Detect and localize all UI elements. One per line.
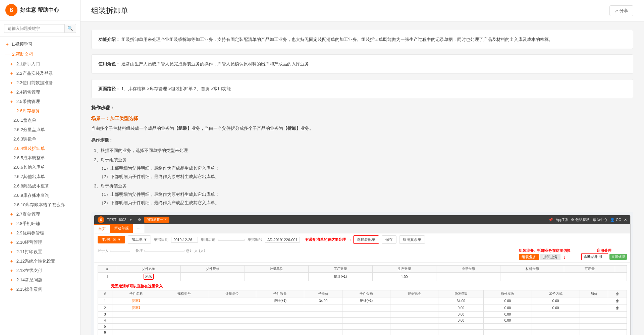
field-date: 2019-12-26 <box>171 237 198 243</box>
sidebar-item-other-inbound[interactable]: 2.6.6其他入库单 <box>0 163 80 172</box>
sidebar-item-stocktake[interactable]: 2.6.1盘点单 <box>0 116 80 125</box>
sidebar-item-partial-count[interactable]: 2.6.2分量盘点单 <box>0 125 80 134</box>
step1: 1、根据不同的业务，选择不同单据的类型来处理 <box>94 147 633 155</box>
share-icon: ↗ <box>614 8 618 13</box>
sidebar-item-video-learning[interactable]: ＋ 1.视频学习 <box>0 39 80 49</box>
sidebar-item-print[interactable]: ＋ 2.11打印设置 <box>0 247 80 257</box>
sidebar-item-operations[interactable]: ＋ 2.10经营管理 <box>0 238 80 247</box>
sidebar-item-other-outbound[interactable]: 2.6.7其他出库单 <box>0 172 80 181</box>
page-title: 组装拆卸单 <box>91 6 128 16</box>
path-text: 1、库存核算->库存管理->组装拆卸单 2、首页->常用功能 <box>121 86 231 91</box>
search-button[interactable]: 🔍 <box>65 24 76 33</box>
func-intro-box: 功能介绍： 组装拆卸单用来处理企业组装或拆卸等加工业务，支持有固定装配清单的产品… <box>91 30 633 49</box>
field-store <box>218 239 245 241</box>
op-steps-label2: 操作步骤： <box>91 136 633 145</box>
tab-other1[interactable]: … <box>133 224 145 233</box>
screenshot-container: 6 TEST-H002 ▼ ⚙ 闲置新建一下 📌 AppT版 ⚙ 包铝接料 帮助… <box>91 212 633 335</box>
func-intro-text: 组装拆卸单用来处理企业组装或拆卸等加工业务，支持有固定装配清单的产品加工业务，也… <box>121 37 553 42</box>
sidebar-item-data-prep[interactable]: ＋ 2.3使用前数据准备 <box>0 78 80 88</box>
child-row-2: 2赛赛10.000.000.00🗑 <box>98 304 627 312</box>
role-label: 使用角色： <box>98 61 120 66</box>
sidebar-header: 6 好生意 帮助中心 <box>0 0 80 20</box>
main-area: 组装拆卸单 ↗ 分享 功能介绍： 组装拆卸单用来处理企业组装或拆卸等加工业务，支… <box>80 0 644 335</box>
anno1-label: 有装配清单的在这里处理 <box>305 237 346 242</box>
step3-sub2: （2）下部明细为子件明细，最终作为产成品生成其它入库单。 <box>99 199 633 207</box>
parent-table-area: # 父件名称 父件规格 计量单位 工厂数量 生产数量 成品金额 材料金额 可用量 <box>94 263 630 282</box>
sidebar-item-cases[interactable]: ＋ 2.15操作案例 <box>0 285 80 294</box>
sidebar-item-inventory-ledger[interactable]: 2.6.9库存账本查询 <box>0 191 80 200</box>
main-content: 功能介绍： 组装拆卸单用来处理企业组装或拆卸等加工业务，支持有固定装配清单的产品… <box>80 22 644 335</box>
btn-add-order[interactable]: 加工单 ▼ <box>128 235 151 244</box>
sidebar-item-online-pay[interactable]: ＋ 2.13在线支付 <box>0 266 80 275</box>
btn-confirm[interactable]: 立即处理 <box>609 254 627 260</box>
step2-sub1: （1）上部明细为父件明细，最终作为产成品生成其它入库单； <box>99 164 633 173</box>
child-row-6: 6 <box>98 330 627 335</box>
sidebar-item-cost-recalc[interactable]: 2.6.8商品成本重算 <box>0 181 80 191</box>
child-row-4: 40.000.00 <box>98 318 627 324</box>
child-table: # 子件名称 规格型号 计量单位 子件数量 子单价 子件金额 帮单完全 物利值U… <box>98 290 627 335</box>
func-intro-label: 功能介绍： <box>98 37 120 42</box>
step3: 3、对于拆装业务 <box>94 182 633 190</box>
search-box: 🔍 <box>0 20 80 37</box>
path-label: 页面路径： <box>98 86 120 91</box>
step3-sub1: （1）上部明细为父件明细，最终作为原材料生成其它出库单； <box>99 190 633 199</box>
scene1-title: 场景一：加工类型选择 <box>91 116 633 122</box>
search-input[interactable] <box>4 24 65 33</box>
sidebar-item-personalize[interactable]: ＋ 2.12系统个性化设置 <box>0 257 80 266</box>
anno3-label: 启用处理 <box>597 248 611 253</box>
btn-select-bom[interactable]: 选择装配单 <box>353 235 379 244</box>
plus-icon: ＋ <box>5 42 9 47</box>
sidebar-item-inventory[interactable]: — 2.6库存核算 <box>0 106 80 116</box>
path-box: 页面路径： 1、库存核算->库存管理->组装拆卸单 2、首页->常用功能 <box>91 79 633 98</box>
sidebar-item-cost-adjust[interactable]: 2.6.5成本调整单 <box>0 153 80 163</box>
app-titlebar: 6 TEST-H002 ▼ ⚙ 闲置新建一下 📌 AppT版 ⚙ 包铝接料 帮助… <box>94 215 630 224</box>
tab-home[interactable]: 自页 <box>94 224 110 233</box>
anno2-label: 组装业务、拆卸业务在这里切换 <box>519 248 571 253</box>
sidebar-item-help-docs[interactable]: — 2.帮助文档 <box>0 49 80 59</box>
sidebar-item-mobile[interactable]: ＋ 2.8手机旺铺 <box>0 219 80 228</box>
parent-table-row: 1 米米 统计(+1) 1.00 <box>98 273 627 281</box>
parent-table: # 父件名称 父件规格 计量单位 工厂数量 生产数量 成品金额 材料金额 可用量 <box>98 265 627 281</box>
role-text: 通常由生产人员或库管人员完成拆装业务的操作，库管人员确认原材料的出库和产成品的入… <box>121 61 309 66</box>
sidebar-item-assembly[interactable]: 2.6.4组装拆卸单 <box>0 144 80 153</box>
sidebar-nav: ＋ 1.视频学习 — 2.帮助文档 ＋ 2.1新手入门 ＋ 2.2产品安装及登录… <box>0 37 80 335</box>
btn-assembly-type[interactable]: 本地组装 ▼ <box>98 236 125 243</box>
share-button[interactable]: ↗ 分享 <box>609 5 633 16</box>
sidebar-item-purchase[interactable]: ＋ 2.5采购管理 <box>0 97 80 106</box>
sidebar-item-newbie[interactable]: ＋ 2.1新手入门 <box>0 59 80 69</box>
sidebar-item-faq[interactable]: ＋ 2.14常见问题 <box>0 275 80 285</box>
child-row-3: 30.000.00 <box>98 312 627 318</box>
anno4-label: 无固定清单可以直接在这里录入 <box>111 284 627 289</box>
form-area: 经手人 备注 总计 人 (人) 组装业务、拆卸业务在这里切换 组装业务 拆卸业务 <box>94 246 630 263</box>
sidebar-item-sales[interactable]: ＋ 2.4销售管理 <box>0 88 80 97</box>
seg-disassembly[interactable]: 拆卸业务 <box>540 254 560 260</box>
minus-icon: — <box>5 52 10 57</box>
btn-cancel[interactable]: 取消其余单 <box>399 235 425 244</box>
sidebar-item-inventory-error[interactable]: 2.6.10库存账本错了怎么办 <box>0 200 80 210</box>
app-logo-small: 6 <box>98 216 104 223</box>
step2: 2、对于组装业务 <box>94 156 633 164</box>
sidebar-item-transfer[interactable]: 2.6.3调拨单 <box>0 134 80 144</box>
seg-assembly[interactable]: 组装业务 <box>519 254 539 260</box>
sidebar-item-install[interactable]: ＋ 2.2产品安装及登录 <box>0 69 80 78</box>
sidebar-item-finance[interactable]: ＋ 2.7资金管理 <box>0 210 80 219</box>
tab-active[interactable]: 新建单据 <box>110 224 133 233</box>
main-header: 组装拆卸单 ↗ 分享 <box>80 0 644 22</box>
app-toolbar: 本地组装 ▼ 加工单 ▼ 单据日期 2019-12-26 集团店铺 单据编号 A… <box>94 233 630 246</box>
scene1-desc: 当由多个子件材料组装成一个成品的业务为【组装】业务，当由一个父件拆分成多个子产品… <box>91 124 633 133</box>
new-order-btn: 闲置新建一下 <box>144 217 169 223</box>
app-tabs: 自页 新建单据 … <box>94 224 630 233</box>
field-diagnostic: 诊断品用用 <box>581 253 608 260</box>
sidebar: 6 好生意 帮助中心 🔍 ＋ 1.视频学习 — 2.帮助文档 ＋ 2.1新手入门… <box>0 0 80 335</box>
child-table-area: 无固定清单可以直接在这里录入 # 子件名称 规格型号 计量单位 子件数量 子单价… <box>94 282 630 335</box>
sidebar-item-coupon[interactable]: ＋ 2.9优惠券管理 <box>0 228 80 238</box>
step2-sub2: （2）下部明细为子件明细，最终作为原材料生成其它出库单。 <box>99 173 633 181</box>
app-name: 好生意 帮助中心 <box>20 7 59 14</box>
app-logo: 6 <box>5 4 17 16</box>
field-bill: AD-20191226-001 <box>265 237 300 243</box>
child-row-5: 5 <box>98 324 627 330</box>
btn-save[interactable]: 保存 <box>382 235 396 244</box>
child-row-1: 1赛赛1统计(+1)34.00统计(+1)34.000.000.00🗑 <box>98 297 627 304</box>
app-window-mock: 6 TEST-H002 ▼ ⚙ 闲置新建一下 📌 AppT版 ⚙ 包铝接料 帮助… <box>94 215 631 335</box>
op-steps-title: 操作步骤： <box>91 105 633 111</box>
